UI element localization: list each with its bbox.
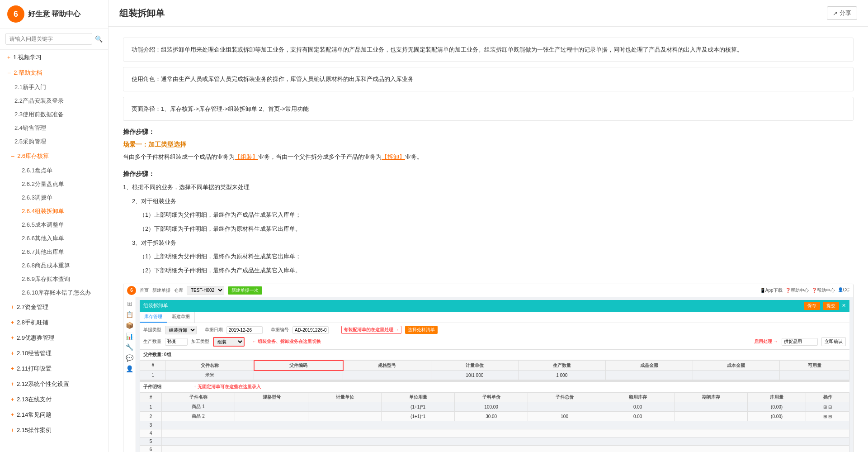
app-process-type-select[interactable]: 组装 拆卸 — [213, 337, 245, 347]
sidebar-item-cost-adj[interactable]: 2.6.5成本调整单 — [0, 218, 108, 232]
sidebar-item-finance[interactable]: + 2.7资金管理 — [0, 300, 108, 315]
sidebar-item-install[interactable]: 2.2产品安装及登录 — [0, 94, 108, 108]
sidebar-item-coupon[interactable]: + 2.9优惠券管理 — [0, 330, 108, 346]
sidebar-item-other-in[interactable]: 2.6.6其他入库单 — [0, 232, 108, 245]
app-company-select[interactable]: TEST-H002 — [187, 286, 224, 295]
app-left-nav-msg-icon[interactable]: 💬 — [126, 354, 133, 362]
search-input[interactable] — [5, 33, 92, 45]
app-save-btn[interactable]: 保存 — [804, 302, 820, 310]
app-help-icon: ❓帮助中心 — [785, 287, 809, 294]
sidebar-item-faq[interactable]: + 2.14常见问题 — [0, 407, 108, 423]
content-area: 功能介绍：组装拆卸单用来处理企业组装或拆卸等加工业务，支持有固定装配清单的产品加… — [108, 27, 868, 452]
minus-icon: − — [7, 69, 11, 76]
app-tab-list[interactable]: 新建单据 — [167, 312, 195, 323]
nav-section: + 1.视频学习 − 2.帮助文档 2.1新手入门 2.2产品安装及登录 2.3… — [0, 50, 108, 438]
app-type-row: 生产数量 加工类型 组装 拆卸 ← 组装业务、拆卸业务在这里切换 启用处理 → — [143, 337, 846, 347]
app-download-icon: 📱App下载 — [760, 287, 783, 294]
app-left-nav-doc-icon[interactable]: 📋 — [126, 311, 133, 318]
app-form-row1: 单据类型 组装拆卸单 拆卸单 单据日期 单据编号 有装配清单 — [143, 326, 846, 334]
app-nav-warehouse: 仓库 — [174, 287, 183, 294]
cell-spec — [343, 371, 431, 380]
sidebar-item-operations[interactable]: + 2.10经营管理 — [0, 346, 108, 361]
app-th-spec: 规格型号 — [343, 361, 431, 371]
share-label: 分享 — [840, 9, 851, 17]
scene-desc: 当由多个子件材料组装成一个成品的业务为【组装】业务，当由一个父件拆分成多个子产品… — [123, 152, 854, 163]
cell-child-name: 商品 1 — [162, 402, 235, 412]
expand-icon: + — [11, 335, 14, 341]
step3: 3、对于拆装业务 — [123, 238, 854, 249]
sidebar-item-label: 2.13在线支付 — [17, 395, 52, 404]
app-th-child-total: 子件总价 — [528, 393, 601, 402]
app-left-nav-box-icon[interactable]: 📦 — [126, 322, 133, 329]
app-table-child-title: 子件明细 ↑ 无固定清单可在这些在这里录入 — [140, 380, 849, 392]
share-button[interactable]: ↗ 分享 — [827, 6, 857, 20]
app-date-input[interactable] — [226, 326, 263, 334]
sidebar-item-print[interactable]: + 2.11打印设置 — [0, 361, 108, 376]
sidebar-item-personalize[interactable]: + 2.12系统个性化设置 — [0, 376, 108, 392]
search-bar: 🔍 — [0, 29, 108, 50]
sidebar-item-stock-ledger[interactable]: 2.6.9库存账本查询 — [0, 272, 108, 286]
sidebar-item-data-prep[interactable]: 2.3使用前数据准备 — [0, 108, 108, 121]
sidebar-item-label: 1.视频学习 — [13, 53, 42, 62]
app-topbar: 6 首页 新建单据 仓库 TEST-H002 新建单据一次 📱App下载 ❓帮助… — [123, 284, 853, 297]
sidebar-item-assembly[interactable]: 2.6.4组装拆卸单 — [0, 205, 108, 218]
sidebar-item-partial-stocktake[interactable]: 2.6.2分量盘点单 — [0, 177, 108, 191]
sidebar-item-video[interactable]: + 1.视频学习 — [0, 50, 108, 65]
sidebar-item-other-out[interactable]: 2.6.7其他出库单 — [0, 245, 108, 259]
app-th-unit: 计量单位 — [431, 361, 518, 371]
step2-2: （2）下部明细为子件明细，最终作为原材料生成某它出库单。 — [123, 224, 854, 235]
role-block: 使用角色：通常由生产人员或库管人员完成拆装业务的操作，库管人员确认原材料的出库和… — [123, 67, 854, 91]
sidebar-item-label: 2.帮助文档 — [14, 69, 42, 77]
app-count-input[interactable] — [165, 338, 188, 346]
expand-icon: + — [11, 427, 14, 433]
sidebar-item-help-docs[interactable]: − 2.帮助文档 — [0, 65, 108, 81]
step1: 1、根据不同的业务，选择不同单据的类型来处理 — [123, 182, 854, 193]
disassembly-label: 【拆卸】 — [382, 153, 405, 160]
app-select-bom-btn[interactable]: 选择处料清单 — [405, 326, 438, 334]
minus-icon: − — [11, 152, 14, 160]
sidebar-item-cost-recalc[interactable]: 2.6.8商品成本重算 — [0, 259, 108, 272]
assembly-label: 【组装】 — [235, 153, 258, 160]
app-confirm-btn[interactable]: 立即确认 — [821, 337, 846, 346]
annotation-nofixed-hint: ↑ 无固定清单可在这些在这里录入 — [194, 384, 261, 390]
app-tab-new[interactable]: 库存管理 — [140, 312, 167, 323]
app-left-nav-chart-icon[interactable]: 📊 — [126, 333, 133, 340]
step3-1: （1）上部明细为父件明细，最终作为原材料生成某它出库单； — [123, 251, 854, 262]
app-warehouse-input[interactable] — [782, 338, 818, 346]
sidebar-item-payment[interactable]: + 2.13在线支付 — [0, 392, 108, 407]
sidebar-item-stocktake[interactable]: 2.6.1盘点单 — [0, 164, 108, 177]
sidebar-item-stock-fix[interactable]: 2.6.10库存账本错了怎么办 — [0, 286, 108, 300]
app-docno-input[interactable] — [292, 326, 329, 334]
cell-unit: 10/1 000 — [431, 371, 518, 380]
app-submit-btn[interactable]: 提交 — [823, 302, 839, 310]
sidebar-item-label: 2.7资金管理 — [17, 303, 48, 311]
sidebar-item-cases[interactable]: + 2.15操作案例 — [0, 423, 108, 438]
sidebar-item-purchase[interactable]: 2.5采购管理 — [0, 135, 108, 148]
app-left-nav-tool-icon[interactable]: 🔧 — [126, 343, 133, 351]
app-main-area: 组装拆卸单 保存 提交 ✕ 库存管理 新建单据 — [136, 297, 853, 452]
app-left-nav-person-icon[interactable]: 👤 — [126, 365, 133, 372]
app-more-icon: ✕ — [842, 303, 846, 309]
app-label-date: 单据日期 — [205, 327, 223, 333]
app-sub-tabs: 库存管理 新建单据 — [140, 312, 849, 323]
sidebar-item-mobile[interactable]: + 2.8手机旺铺 — [0, 315, 108, 330]
sidebar-item-newcomer[interactable]: 2.1新手入门 — [0, 81, 108, 94]
app-th-parent-code: 父件编码 — [254, 361, 343, 371]
app-left-nav-home-icon[interactable]: ⊞ — [127, 300, 132, 307]
app-doctype-select[interactable]: 组装拆卸单 拆卸单 — [165, 326, 197, 334]
scene-title: 场景一：加工类型选择 — [123, 141, 854, 149]
app-th-child-extra-stock: 额用库存 — [601, 393, 675, 402]
app-body: ⊞ 📋 📦 📊 🔧 💬 👤 组装拆卸单 — [123, 297, 853, 452]
app-th-avail: 可用量 — [780, 361, 849, 371]
search-icon[interactable]: 🔍 — [95, 35, 103, 43]
expand-icon: + — [7, 54, 10, 61]
app-screenshot-container: 6 首页 新建单据 仓库 TEST-H002 新建单据一次 📱App下载 ❓帮助… — [123, 284, 854, 452]
cell-no: 2 — [140, 412, 162, 421]
cell-prod-amt — [605, 371, 693, 380]
app-new-order-btn[interactable]: 新建单据一次 — [228, 286, 262, 295]
sidebar-item-transfer[interactable]: 2.6.3调拨单 — [0, 191, 108, 205]
sidebar-item-inventory[interactable]: − 2.6库存核算 — [0, 148, 108, 164]
path-text: 页面路径：1、库存核算->库存管理->组装拆卸单 2、首页->常用功能 — [132, 104, 845, 114]
sidebar-item-sales[interactable]: 2.4销售管理 — [0, 121, 108, 135]
app-th-no: # — [140, 361, 166, 371]
